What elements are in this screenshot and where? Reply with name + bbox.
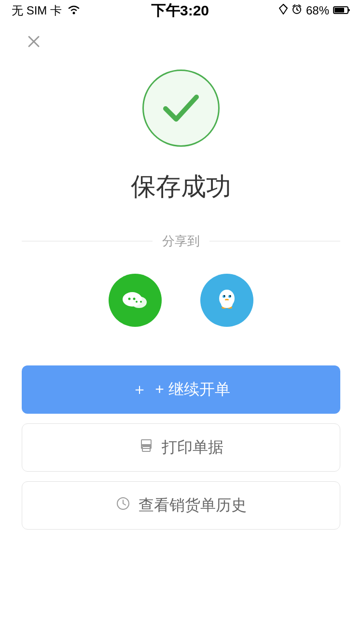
svg-point-14 bbox=[230, 295, 231, 297]
status-left: 无 SIM 卡 bbox=[12, 3, 81, 18]
main-content: 保存成功 分享到 bbox=[0, 21, 362, 530]
svg-point-6 bbox=[128, 298, 131, 300]
svg-point-8 bbox=[136, 301, 138, 303]
status-right: 68% bbox=[279, 4, 350, 17]
status-time: 下午3:20 bbox=[151, 1, 209, 21]
history-icon bbox=[115, 496, 131, 515]
status-bar: 无 SIM 卡 下午3:20 bbox=[0, 0, 362, 21]
divider-row: 分享到 bbox=[22, 233, 340, 250]
history-button[interactable]: 查看销货单历史 bbox=[22, 481, 340, 530]
qq-share-button[interactable] bbox=[200, 274, 253, 327]
svg-point-0 bbox=[73, 12, 75, 14]
share-section: 分享到 bbox=[0, 233, 362, 327]
divider-right bbox=[209, 241, 340, 241]
location-icon bbox=[279, 4, 288, 17]
svg-point-13 bbox=[224, 295, 225, 297]
success-title: 保存成功 bbox=[131, 170, 231, 204]
svg-point-23 bbox=[150, 446, 151, 448]
svg-point-7 bbox=[133, 298, 136, 300]
close-button[interactable] bbox=[19, 27, 48, 56]
no-sim-text: 无 SIM 卡 bbox=[12, 3, 62, 18]
divider-label: 分享到 bbox=[162, 233, 200, 250]
battery-percentage: 68% bbox=[306, 4, 329, 17]
plus-icon: ＋ bbox=[132, 379, 147, 400]
svg-point-9 bbox=[140, 301, 142, 303]
alarm-icon bbox=[292, 4, 302, 17]
success-icon-circle bbox=[142, 70, 220, 147]
print-label: 打印单据 bbox=[162, 437, 223, 458]
continue-order-button[interactable]: ＋ + 继续开单 bbox=[22, 365, 340, 414]
battery-icon bbox=[333, 4, 350, 17]
divider-left bbox=[22, 241, 153, 241]
wechat-share-button[interactable] bbox=[109, 274, 162, 327]
svg-point-19 bbox=[223, 301, 231, 307]
continue-order-label: + 继续开单 bbox=[155, 379, 230, 400]
wifi-icon bbox=[67, 4, 81, 17]
history-label: 查看销货单历史 bbox=[139, 495, 247, 516]
action-buttons: ＋ + 继续开单 打印单据 查看销货单历史 bbox=[22, 365, 340, 530]
share-icons bbox=[109, 274, 253, 327]
print-icon bbox=[139, 438, 154, 457]
svg-rect-3 bbox=[334, 8, 344, 13]
checkmark-icon bbox=[162, 91, 200, 125]
print-button[interactable]: 打印单据 bbox=[22, 423, 340, 472]
